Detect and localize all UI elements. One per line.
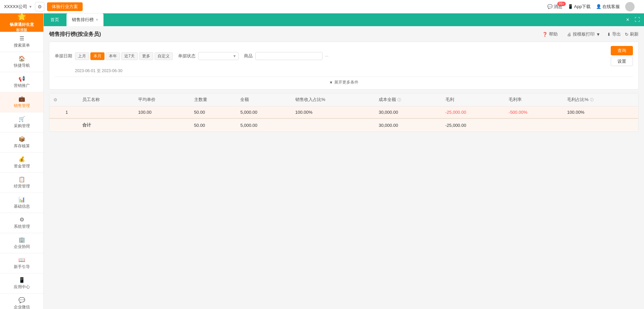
col-profit-pct: 毛利占比% ⓘ: [563, 93, 638, 106]
top-right-area: 💬 消息 99+ 📱 App下载 👤 在线客服: [547, 2, 640, 11]
sidebar-label-finance: 资金管理: [14, 163, 30, 169]
cost-info-icon[interactable]: ⓘ: [397, 98, 401, 102]
goods-filter-label: 商品: [244, 53, 253, 59]
sidebar-label-sales: 销售管理: [14, 103, 30, 109]
apps-icon: 📱: [18, 277, 25, 283]
page-header: 销售排行榜(按业务员) ❓ 帮助 🖨 按模板打印 ▼ ⬇ 导出: [49, 30, 639, 38]
online-service-button[interactable]: 👤 在线客服: [596, 4, 620, 10]
sidebar-logo: 🌟 畅康通好生意 标准版: [0, 13, 43, 32]
col-rank: [61, 93, 78, 106]
sidebar-item-basic[interactable]: 📊 基础信息: [0, 193, 43, 213]
date-tab-last-month[interactable]: 上月: [75, 52, 89, 60]
guide-icon: 📖: [18, 257, 25, 263]
col-cost: 成本全额 ⓘ: [375, 93, 441, 106]
sidebar-label-guide: 新手引导: [14, 264, 30, 270]
col-profit-rate: 毛利率: [505, 93, 563, 106]
tab-sales-rank-label: 销售排行榜: [72, 17, 94, 23]
date-tab-7days[interactable]: 近7天: [121, 52, 138, 60]
sidebar-item-purchase[interactable]: 🛒 采购管理: [0, 112, 43, 133]
date-tab-custom[interactable]: 自定义: [155, 52, 173, 60]
sidebar-item-sales[interactable]: 💼 销售管理: [0, 92, 43, 112]
top-bar: XXXXX公司 ▼ ⚙ 体验行业方案 💬 消息 99+ 📱 App下载 👤 在线…: [0, 0, 644, 13]
help-button[interactable]: ❓ 帮助: [540, 30, 560, 38]
refresh-button[interactable]: ↻ 刷新: [625, 31, 639, 37]
footer-empty-2: [61, 118, 78, 132]
sidebar-label-inventory: 库存核算: [14, 143, 30, 149]
table-wrapper: ⚙ 员工名称 平均单价 主数量 全额 销售收入占比% 成本全额 ⓘ 毛: [49, 93, 638, 132]
sidebar-label-system: 系统管理: [14, 224, 30, 229]
row-employee: [78, 106, 134, 119]
tab-expand-button[interactable]: ⛶: [633, 16, 641, 23]
export-button[interactable]: ⬇ 导出: [607, 31, 621, 37]
col-profit: 毛利: [441, 93, 505, 106]
row-cost: 30,000.00: [375, 106, 441, 119]
col-avg-price: 平均单价: [134, 93, 190, 106]
purchase-icon: 🛒: [18, 116, 25, 122]
sidebar-item-finance[interactable]: 💰 资金管理: [0, 153, 43, 173]
tab-close-icon[interactable]: ×: [96, 17, 98, 22]
tab-home[interactable]: 首页: [44, 13, 66, 26]
sidebar-item-system[interactable]: ⚙ 系统管理: [0, 213, 43, 233]
date-tab-more[interactable]: 更多: [139, 52, 153, 60]
footer-avg-price: [134, 118, 190, 132]
row-qty: 50.00: [190, 106, 237, 119]
sidebar-item-wechat[interactable]: 💬 企业微信: [0, 294, 43, 309]
page-title: 销售排行榜(按业务员): [49, 31, 101, 38]
query-button[interactable]: 查询: [611, 46, 633, 55]
sidebar-item-guide[interactable]: 📖 新手引导: [0, 253, 43, 273]
message-badge: 99+: [557, 2, 566, 6]
row-rank: 1: [61, 106, 78, 119]
col-settings[interactable]: ⚙: [49, 93, 61, 106]
basic-icon: 📊: [18, 196, 25, 203]
page-content: 销售排行榜(按业务员) ❓ 帮助 🖨 按模板打印 ▼ ⬇ 导出: [44, 26, 644, 309]
status-filter: 单据状态 ▼: [178, 52, 239, 60]
more-filter-button[interactable]: ···: [325, 54, 329, 58]
app-icon: 📱: [568, 4, 573, 9]
sidebar-item-operation[interactable]: 📋 经营管理: [0, 173, 43, 193]
sidebar-item-marketing[interactable]: 📢 营销推广: [0, 72, 43, 92]
profit-pct-info-icon[interactable]: ⓘ: [590, 98, 594, 102]
date-range-display: 2023-06-01 至 2023-06-30: [75, 67, 633, 74]
expand-conditions-button[interactable]: ▼ 展开更多条件: [329, 80, 359, 85]
col-amount: 全额: [236, 93, 291, 106]
trial-button[interactable]: 体验行业方案: [47, 2, 83, 11]
date-tab-this-month[interactable]: 本月: [90, 52, 104, 60]
sidebar-item-apps[interactable]: 📱 应用中心: [0, 273, 43, 294]
company-chevron-icon: ▼: [29, 5, 32, 9]
app-download-button[interactable]: 📱 App下载: [568, 4, 591, 10]
filter-card: 单据日期 上月 本月 本年 近7天 更多 自定义 单据状态: [49, 42, 639, 90]
logo-name: 畅康通好生意: [10, 22, 34, 28]
logo-sub: 标准版: [16, 28, 27, 33]
print-icon: 🖨: [567, 32, 571, 37]
sidebar-item-quick-nav[interactable]: 🏠 快捷导航: [0, 52, 43, 72]
sidebar-item-search[interactable]: ☰ 搜索菜单: [0, 32, 43, 52]
sidebar-label-purchase: 采购管理: [14, 123, 30, 129]
col-qty: 主数量: [190, 93, 237, 106]
sidebar-item-inventory[interactable]: 📦 库存核算: [0, 133, 43, 153]
filter-row: 单据日期 上月 本月 本年 近7天 更多 自定义 单据状态: [55, 46, 633, 66]
logo-icon: 🌟: [17, 13, 26, 21]
date-range-text: 2023-06-01 至 2023-06-30: [75, 68, 122, 73]
goods-input[interactable]: [255, 52, 323, 60]
status-select[interactable]: [198, 52, 239, 60]
date-tab-this-year[interactable]: 本年: [106, 52, 120, 60]
sidebar-label-enterprise: 企业协同: [14, 244, 30, 250]
footer-empty-1: [49, 118, 61, 132]
avatar[interactable]: [625, 2, 635, 11]
footer-amount: 5,000.00: [236, 118, 291, 132]
settings-button-filter[interactable]: 设置: [611, 57, 633, 66]
message-button[interactable]: 💬 消息 99+: [547, 4, 562, 10]
tab-minimize-button[interactable]: ×: [625, 16, 631, 23]
settings-button[interactable]: ⚙: [35, 2, 44, 11]
sidebar-label-basic: 基础信息: [14, 204, 30, 209]
sidebar-item-enterprise[interactable]: 🏢 企业协同: [0, 233, 43, 253]
footer-cost: 30,000.00: [375, 118, 441, 132]
row-avg-price: 100.00: [134, 106, 190, 119]
row-profit-pct: 100.00%: [563, 106, 638, 119]
tab-bar: 首页 销售排行榜 × × ⛶: [44, 13, 644, 26]
row-settings: [49, 106, 61, 119]
print-button[interactable]: 🖨 按模板打印 ▼: [564, 30, 603, 38]
company-selector[interactable]: XXXXX公司 ▼: [4, 4, 32, 10]
date-filter-label: 单据日期: [55, 53, 72, 59]
tab-sales-rank[interactable]: 销售排行榜 ×: [67, 13, 103, 26]
